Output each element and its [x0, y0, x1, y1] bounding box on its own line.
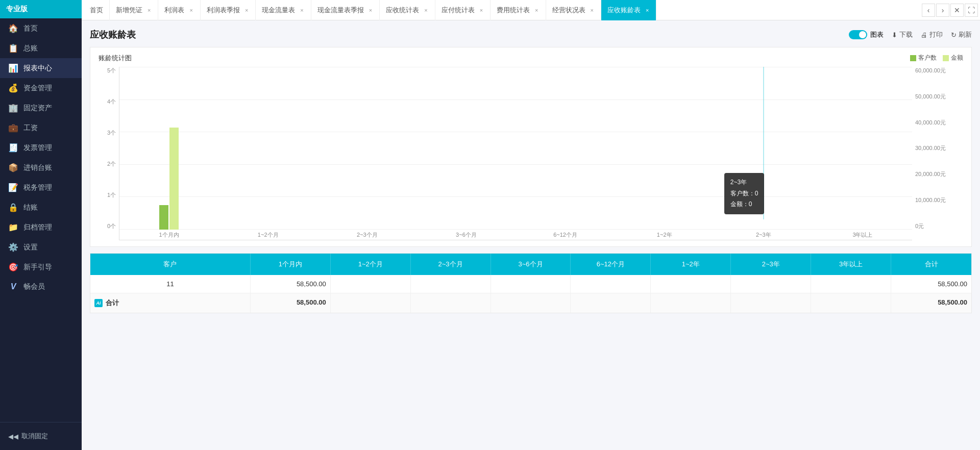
tab-voucher[interactable]: 新增凭证 × [110, 0, 158, 20]
tab-expense-stats-close[interactable]: × [534, 7, 539, 13]
sidebar-item-guide[interactable]: 🎯 新手引导 [0, 257, 82, 277]
collapse-sidebar-button[interactable]: ◀◀ 取消固定 [0, 428, 82, 445]
td-total-1: 58,500.00 [891, 275, 971, 293]
sidebar: 专业版 🏠 首页 📋 总账 📊 报表中心 💰 资金管理 🏢 固定资产 💼 工资 … [0, 0, 82, 450]
tab-bar: 首页 新增凭证 × 利润表 × 利润表季报 × 现金流量表 × 现金流量表季报 … [82, 0, 980, 20]
sidebar-item-tax[interactable]: 📝 税务管理 [0, 178, 82, 197]
content-area: 应收账龄表 图表 ⬇ 下载 🖨 打印 ↻ 刷新 [82, 20, 980, 450]
tab-receivable-stats[interactable]: 应收统计表 × [380, 0, 435, 20]
tab-aging[interactable]: 应收账龄表 × [601, 0, 656, 20]
sidebar-item-reports[interactable]: 📊 报表中心 [0, 58, 82, 78]
tab-profit-close[interactable]: × [188, 7, 193, 13]
tab-cashflow[interactable]: 现金流量表 × [256, 0, 311, 20]
sidebar-item-inventory[interactable]: 📦 进销台账 [0, 158, 82, 178]
print-label: 打印 [929, 30, 943, 39]
app-logo: 专业版 [0, 0, 82, 18]
chart-toggle[interactable]: 图表 [849, 30, 884, 39]
inventory-icon: 📦 [8, 163, 18, 172]
tab-cashflow-close[interactable]: × [299, 7, 304, 13]
tab-business-stats-close[interactable]: × [590, 7, 595, 13]
legend-customer: 客户数 [910, 54, 937, 62]
total-total: 58,500.00 [891, 293, 971, 313]
sidebar-item-archive[interactable]: 📁 归档管理 [0, 217, 82, 237]
hover-line [763, 67, 764, 219]
y-left-3: 3个 [107, 129, 116, 137]
sidebar-label-tax: 税务管理 [23, 183, 52, 192]
y-right-10000: 10,000.00元 [915, 196, 946, 204]
bar-group-month23 [317, 67, 416, 230]
th-month36: 3~6个月 [491, 254, 571, 275]
td-month612-1 [571, 275, 651, 293]
tab-payable-stats-close[interactable]: × [479, 7, 484, 13]
tab-payable-stats[interactable]: 应付统计表 × [435, 0, 491, 20]
toggle-thumb [859, 31, 866, 38]
tab-profit-quarterly[interactable]: 利润表季报 × [201, 0, 256, 20]
tab-aging-close[interactable]: × [645, 7, 650, 13]
th-year3plus: 3年以上 [811, 254, 891, 275]
bar-pair-month612 [556, 67, 575, 230]
data-table: 客户 1个月内 1~2个月 2~3个月 3~6个月 6~12个月 1~2年 2~… [90, 253, 972, 313]
y-left-2: 2个 [107, 160, 116, 168]
x-label-month12: 1~2个月 [218, 230, 317, 240]
tab-close-all-button[interactable]: ✕ [950, 4, 964, 17]
y-left-4: 4个 [107, 98, 116, 106]
refresh-button[interactable]: ↻ 刷新 [951, 30, 972, 39]
tab-business-stats[interactable]: 经营状况表 × [546, 0, 601, 20]
tab-maximize-button[interactable]: ⛶ [965, 4, 978, 17]
bar-group-year23: 2~3年 客户数：0 金额：0 [714, 67, 813, 230]
x-label-month612: 6~12个月 [516, 230, 615, 240]
sidebar-item-ledger[interactable]: 📋 总账 [0, 38, 82, 58]
sidebar-item-settings[interactable]: ⚙️ 设置 [0, 237, 82, 257]
y-right-0: 0元 [915, 222, 924, 230]
guide-icon: 🎯 [8, 262, 18, 272]
tab-next-button[interactable]: › [936, 4, 949, 17]
tab-cashflow-quarterly-close[interactable]: × [368, 7, 373, 13]
x-label-year3plus: 3年以上 [813, 230, 912, 240]
total-year23 [731, 293, 811, 313]
tab-profit-quarterly-close[interactable]: × [244, 7, 249, 13]
x-label-month1: 1个月内 [119, 230, 218, 240]
collapse-label: 取消固定 [21, 432, 48, 441]
table-row: 11 58,500.00 58,500.00 [90, 275, 971, 293]
download-button[interactable]: ⬇ 下载 [892, 30, 913, 39]
sidebar-item-home[interactable]: 🏠 首页 [0, 18, 82, 38]
tab-receivable-stats-close[interactable]: × [423, 7, 428, 13]
sidebar-item-salary[interactable]: 💼 工资 [0, 118, 82, 138]
x-axis: 1个月内 1~2个月 2~3个月 3~6个月 6~12个月 1~2年 2~3年 … [119, 230, 912, 240]
print-button[interactable]: 🖨 打印 [921, 30, 943, 39]
main-area: 首页 新增凭证 × 利润表 × 利润表季报 × 现金流量表 × 现金流量表季报 … [82, 0, 980, 450]
page-title: 应收账龄表 [90, 29, 136, 41]
home-icon: 🏠 [8, 23, 18, 33]
bar-group-month12 [218, 67, 317, 230]
tab-voucher-close[interactable]: × [146, 7, 152, 13]
sidebar-label-inventory: 进销台账 [23, 163, 52, 172]
collapse-icon: ◀◀ [8, 433, 18, 440]
td-month12-1 [331, 275, 411, 293]
y-axis-right: 60,000.00元 50,000.00元 40,000.00元 30,000.… [912, 67, 963, 240]
sidebar-item-invoice[interactable]: 🧾 发票管理 [0, 138, 82, 158]
tab-payable-stats-label: 应付统计表 [442, 6, 475, 15]
x-label-month36: 3~6个月 [416, 230, 516, 240]
reports-icon: 📊 [8, 63, 18, 73]
table-header: 客户 1个月内 1~2个月 2~3个月 3~6个月 6~12个月 1~2年 2~… [90, 254, 971, 275]
sidebar-label-assets: 固定资产 [23, 104, 52, 113]
tab-cashflow-quarterly[interactable]: 现金流量表季报 × [311, 0, 380, 20]
tab-voucher-label: 新增凭证 [116, 6, 142, 15]
tax-icon: 📝 [8, 183, 18, 192]
y-left-0: 0个 [107, 222, 116, 230]
tab-profit[interactable]: 利润表 × [158, 0, 200, 20]
toggle-track[interactable] [849, 30, 867, 39]
sidebar-item-assets[interactable]: 🏢 固定资产 [0, 98, 82, 118]
sidebar-item-member[interactable]: V 畅会员 [0, 277, 82, 296]
tab-cashflow-label: 现金流量表 [262, 6, 295, 15]
th-year23: 2~3年 [731, 254, 811, 275]
sidebar-item-funds[interactable]: 💰 资金管理 [0, 78, 82, 98]
tab-prev-button[interactable]: ‹ [922, 4, 935, 17]
settings-icon: ⚙️ [8, 242, 18, 252]
sidebar-item-close[interactable]: 🔒 结账 [0, 197, 82, 217]
tab-expense-stats[interactable]: 费用统计表 × [491, 0, 546, 20]
sidebar-label-member: 畅会员 [23, 282, 45, 291]
assets-icon: 🏢 [8, 103, 18, 113]
y-right-50000: 50,000.00元 [915, 93, 946, 101]
tab-home[interactable]: 首页 [84, 0, 110, 20]
